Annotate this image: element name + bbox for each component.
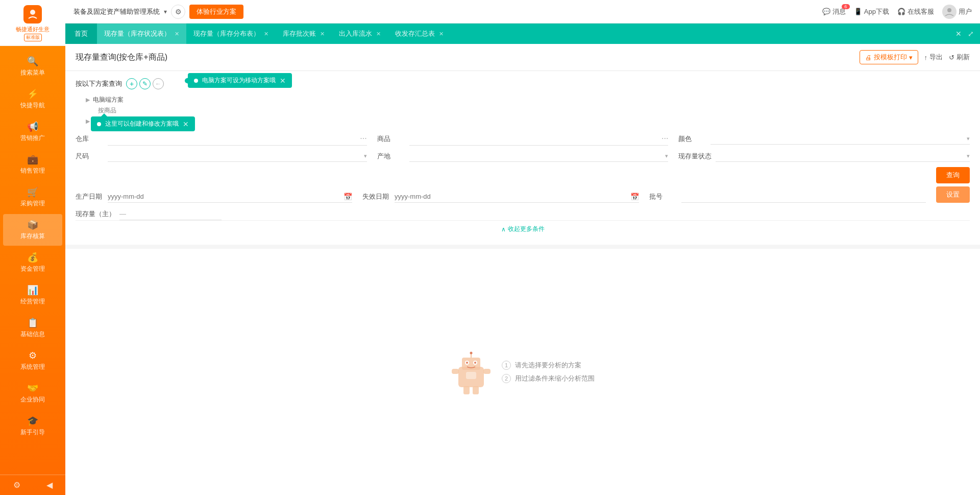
filter-field-production-date: 生产日期 📅 [76, 191, 352, 203]
tab-inventory-dist[interactable]: 现存量（库存分布表） ✕ [186, 23, 276, 44]
production-date-calendar-icon[interactable]: 📅 [344, 193, 352, 201]
sidebar-item-inventory[interactable]: 📦 库存核算 [3, 214, 62, 246]
sidebar-item-system[interactable]: ⚙ 系统管理 [3, 345, 62, 376]
inventory-main-label: 现存量（主） [76, 209, 115, 219]
filter-row-4: 现存量（主） — [76, 208, 970, 220]
tab-inventory-status[interactable]: 现存量（库存状况表） ✕ [97, 23, 186, 44]
tooltip-scheme-mobile: 电脑方案可设为移动方案哦 ✕ [188, 73, 292, 88]
system-icon: ⚙ [29, 350, 37, 361]
sidebar-item-marketing[interactable]: 📢 营销推广 [3, 116, 62, 148]
tab-batch-ledger[interactable]: 库存批次账 ✕ [276, 23, 332, 44]
warehouse-dots[interactable]: ··· [360, 134, 366, 143]
online-support-item[interactable]: 🎧 在线客服 [897, 7, 934, 16]
filter-add-button[interactable]: + [126, 78, 137, 89]
tab-close-icon[interactable]: ✕ [264, 31, 268, 37]
filter-field-inventory-status: 现存量状态 ▾ [678, 151, 970, 162]
reset-button[interactable]: 设置 [936, 186, 970, 203]
gear-button[interactable]: ⚙ [171, 5, 185, 19]
inventory-main-dash: — [119, 210, 126, 218]
filter-edit-button[interactable]: ✎ [139, 78, 151, 89]
refresh-button[interactable]: ↺ 刷新 [949, 53, 970, 62]
tab-close-icon[interactable]: ✕ [320, 31, 325, 37]
production-date-start-wrapper: 📅 [108, 191, 352, 203]
management-icon: 📊 [27, 285, 38, 296]
empty-hint-1: 1 请先选择要分析的方案 [502, 361, 595, 370]
tab-home[interactable]: 首页 [65, 23, 97, 44]
filter-header: 按以下方案查询 + ✎ ← 电脑方案可设为移动方案哦 ✕ [76, 78, 970, 89]
color-select[interactable]: ▾ [710, 133, 970, 145]
enterprise-icon: 🤝 [27, 383, 38, 394]
sidebar-item-search[interactable]: 🔍 搜索菜单 [3, 51, 62, 82]
warehouse-label: 仓库 [76, 134, 104, 144]
tab-collect-send[interactable]: 收发存汇总表 ✕ [388, 23, 451, 44]
svg-point-6 [466, 362, 468, 364]
headset-icon: 🎧 [897, 8, 905, 15]
svg-point-0 [30, 10, 35, 15]
sidebar-item-management[interactable]: 📊 经营管理 [3, 279, 62, 311]
warehouse-select[interactable]: ··· [108, 132, 367, 146]
expiry-date-input[interactable] [395, 191, 630, 202]
tab-close-all-icon[interactable]: ✕ [953, 28, 964, 40]
app-download-label: App下载 [864, 7, 889, 16]
header-dropdown[interactable]: ▾ [164, 8, 167, 15]
filter-back-button[interactable]: ← [153, 78, 164, 89]
svg-rect-10 [463, 386, 470, 394]
sidebar-item-purchase[interactable]: 🛒 采购管理 [3, 181, 62, 213]
search-button[interactable]: 查询 [936, 167, 970, 183]
tab-expand-icon[interactable]: ⤢ [966, 28, 976, 40]
system-title: 装备及固定资产辅助管理系统 [74, 7, 160, 16]
filter-label: 按以下方案查询 [76, 79, 122, 88]
origin-select[interactable]: ▾ [409, 151, 669, 162]
collapse-bar[interactable]: ∧ 收起更多条件 [76, 220, 970, 238]
size-select[interactable]: ▾ [108, 151, 367, 162]
sidebar-item-label: 企业协同 [20, 395, 45, 404]
logo-icon [23, 5, 42, 23]
notification-badge: 6 [842, 4, 850, 9]
tab-close-icon[interactable]: ✕ [376, 31, 381, 37]
scheme-group-desktop: ▶ 电脑端方案 [86, 96, 970, 104]
product-dots[interactable]: ··· [662, 134, 668, 143]
filter-field-product: 商品 ··· [377, 132, 669, 146]
sidebar-item-sales[interactable]: 💼 销售管理 [3, 149, 62, 180]
sidebar-item-basic[interactable]: 📋 基础信息 [3, 312, 62, 344]
app-badge: 标准版 [24, 34, 42, 41]
template-print-button[interactable]: 🖨 按模板打印 ▾ [860, 50, 918, 64]
product-select[interactable]: ··· [409, 132, 669, 146]
export-icon: ↑ [924, 54, 928, 61]
experience-button[interactable]: 体验行业方案 [189, 5, 243, 19]
notification-item[interactable]: 💬 消息 6 [822, 7, 846, 16]
expiry-date-calendar-icon[interactable]: 📅 [630, 193, 639, 201]
batch-label: 批号 [649, 192, 677, 201]
newbie-icon: 🎓 [27, 415, 38, 427]
batch-input[interactable] [681, 191, 926, 203]
sidebar-item-enterprise[interactable]: 🤝 企业协同 [3, 378, 62, 409]
app-download-item[interactable]: 📱 App下载 [854, 7, 889, 16]
logo-area: 畅捷通好生意 标准版 [0, 0, 65, 46]
export-label: 导出 [929, 53, 943, 62]
export-button[interactable]: ↑ 导出 [924, 53, 943, 62]
sidebar-item-finance[interactable]: 💰 资金管理 [3, 247, 62, 278]
tab-inout-flow[interactable]: 出入库流水 ✕ [332, 23, 388, 44]
scheme-desktop-label[interactable]: 电脑端方案 [93, 96, 124, 104]
inventory-status-dropdown-icon: ▾ [967, 153, 970, 159]
collapse-sidebar-icon[interactable]: ◀ [46, 480, 53, 490]
quicknav-icon: ⚡ [27, 88, 38, 100]
tab-close-icon[interactable]: ✕ [175, 31, 179, 37]
inventory-status-select[interactable]: ▾ [716, 151, 970, 162]
main-area: 装备及固定资产辅助管理系统 ▾ ⚙ 体验行业方案 💬 消息 6 📱 App下载 … [65, 0, 980, 495]
collapse-text: ∧ 收起更多条件 [501, 225, 545, 233]
production-date-start-input[interactable] [108, 191, 344, 202]
sidebar-item-newbie[interactable]: 🎓 新手引导 [3, 410, 62, 442]
sidebar-item-label: 基础信息 [20, 330, 45, 339]
svg-rect-11 [473, 386, 479, 394]
user-item[interactable]: 用户 [942, 5, 972, 19]
settings-bottom-icon[interactable]: ⚙ [13, 480, 20, 490]
origin-label: 产地 [377, 152, 405, 161]
tab-close-icon[interactable]: ✕ [439, 31, 444, 37]
sidebar-item-label: 快捷导航 [20, 101, 45, 110]
collapse-label: 收起更多条件 [508, 225, 545, 233]
sidebar-item-quicknav[interactable]: ⚡ 快捷导航 [3, 83, 62, 115]
svg-point-1 [947, 8, 951, 12]
tooltip-close-icon[interactable]: ✕ [280, 77, 286, 85]
tooltip-close2-icon[interactable]: ✕ [183, 120, 189, 128]
